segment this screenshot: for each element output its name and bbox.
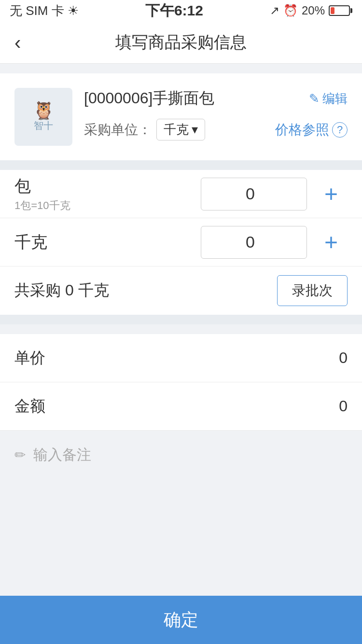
status-time: 下午6:12 xyxy=(145,1,203,21)
unit-value: 千克 xyxy=(164,121,189,138)
price-value: 0 xyxy=(339,349,348,367)
price-row: 单价 0 xyxy=(0,334,362,382)
kg-input-row: 千克 + xyxy=(0,218,362,266)
kg-plus-button[interactable]: + xyxy=(315,226,348,259)
thumb-owl-icon: 🦉 xyxy=(33,102,55,119)
back-button[interactable]: ‹ xyxy=(14,33,21,52)
amount-row: 金额 0 xyxy=(0,382,362,431)
section-divider-2 xyxy=(0,315,362,324)
notes-placeholder: 输入备注 xyxy=(33,445,91,465)
alarm-icon: ⏰ xyxy=(283,4,298,17)
chevron-down-icon: ▾ xyxy=(192,122,198,137)
price-ref-label: 价格参照 xyxy=(275,121,329,139)
thumb-label: 智十 xyxy=(34,119,53,132)
pack-input[interactable] xyxy=(201,178,307,210)
price-label: 单价 xyxy=(14,348,45,369)
total-text: 共采购 0 千克 xyxy=(14,280,109,301)
battery-icon xyxy=(329,5,352,16)
status-bar: 无 SIM 卡 ☀ 下午6:12 ↗ ⏰ 20% xyxy=(0,0,362,21)
product-card: 🦉 智十 [0000006]手撕面包 ✎ 编辑 采购单位： 千克 ▾ 价格参照 … xyxy=(0,73,362,160)
pack-plus-button[interactable]: + xyxy=(315,178,348,210)
status-left: 无 SIM 卡 ☀ xyxy=(10,2,79,19)
battery-percent: 20% xyxy=(302,4,325,17)
pack-sublabel: 1包=10千克 xyxy=(14,198,72,213)
kg-label: 千克 xyxy=(14,231,72,253)
unit-dropdown[interactable]: 千克 ▾ xyxy=(156,119,205,140)
product-info: [0000006]手撕面包 ✎ 编辑 采购单位： 千克 ▾ 价格参照 ? xyxy=(84,88,348,140)
status-right: ↗ ⏰ 20% xyxy=(270,4,352,17)
pack-label: 包 xyxy=(14,175,72,197)
edit-button[interactable]: ✎ 编辑 xyxy=(309,90,348,107)
pack-input-row: 包 1包=10千克 + xyxy=(0,170,362,218)
input-section: 包 1包=10千克 + 千克 + xyxy=(0,170,362,266)
amount-label: 金额 xyxy=(14,396,45,417)
pencil-icon: ✏ xyxy=(14,447,26,463)
confirm-button[interactable]: 确定 xyxy=(0,596,362,644)
price-ref-button[interactable]: 价格参照 ? xyxy=(275,121,348,139)
total-row: 共采购 0 千克 录批次 xyxy=(0,266,362,315)
location-icon: ↗ xyxy=(270,4,279,17)
kg-input[interactable] xyxy=(201,226,307,259)
sim-status: 无 SIM 卡 ☀ xyxy=(10,2,79,19)
page-title: 填写商品采购信息 xyxy=(115,31,247,54)
nav-bar: ‹ 填写商品采购信息 xyxy=(0,21,362,64)
amount-value: 0 xyxy=(339,397,348,415)
info-section: 单价 0 金额 0 xyxy=(0,334,362,431)
unit-label: 采购单位： xyxy=(84,121,152,139)
record-batch-button[interactable]: 录批次 xyxy=(277,275,348,306)
question-icon: ? xyxy=(332,122,348,138)
notes-section[interactable]: ✏ 输入备注 xyxy=(0,431,362,585)
product-name: [0000006]手撕面包 xyxy=(84,88,214,109)
section-divider-1 xyxy=(0,160,362,170)
product-thumbnail: 🦉 智十 xyxy=(14,88,72,146)
edit-icon: ✎ xyxy=(309,91,320,106)
